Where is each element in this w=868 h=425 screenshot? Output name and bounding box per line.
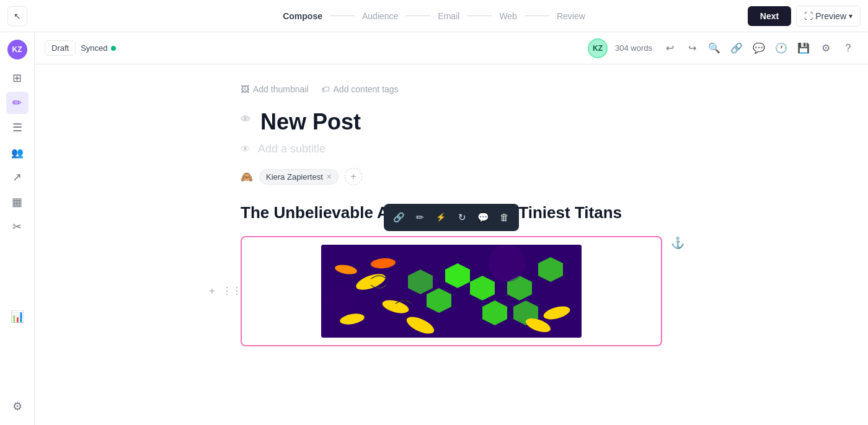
image-block[interactable] xyxy=(241,236,662,346)
step-audience-label: Audience xyxy=(362,11,398,21)
author-tag: Kiera Zapiertest × xyxy=(259,169,339,185)
expand-icon: ⛶ xyxy=(804,11,813,21)
word-count: 304 words xyxy=(615,43,652,53)
step-review[interactable]: Review xyxy=(557,11,585,21)
add-block-button[interactable]: + xyxy=(203,283,221,300)
media-icon: ▦ xyxy=(12,195,22,209)
ft-delete-button[interactable]: 🗑 xyxy=(494,208,514,227)
ft-edit-button[interactable]: ✏ xyxy=(410,208,430,227)
growth-icon: ↗ xyxy=(12,170,22,184)
floating-toolbar: 🔗 ✏ ⚡ ↻ 💬 🗑 xyxy=(384,204,519,231)
main-layout: KZ ⊞ ✏ ☰ 👥 ↗ ▦ ✂ 📊 ⚙ xyxy=(0,32,868,425)
draft-button[interactable]: Draft xyxy=(45,40,76,56)
user-initials: KZ xyxy=(593,44,603,53)
sidebar-item-members[interactable]: 👥 xyxy=(6,141,29,164)
avatar-initials: KZ xyxy=(12,45,22,54)
grid-icon: ⊞ xyxy=(12,71,22,85)
secondary-toolbar: Draft Synced KZ 304 words ↩ ↪ 🔍 🔗 💬 🕐 💾 … xyxy=(35,32,868,64)
subtitle-row: 👁 Add a subtitle xyxy=(241,142,662,156)
ft-refresh-button[interactable]: ↻ xyxy=(452,208,472,227)
step-email[interactable]: Email xyxy=(438,11,459,21)
sidebar: KZ ⊞ ✏ ☰ 👥 ↗ ▦ ✂ 📊 ⚙ xyxy=(0,32,35,425)
insect-image-svg xyxy=(321,245,582,338)
back-button[interactable]: ↖ xyxy=(7,6,27,26)
add-content-tags-label: Add content tags xyxy=(334,84,399,94)
visibility-icon[interactable]: 👁 xyxy=(241,114,253,126)
analytics-icon: 📊 xyxy=(11,310,24,323)
save-button[interactable]: 💾 xyxy=(794,38,813,58)
post-title-text: New Post xyxy=(260,109,361,134)
sidebar-item-settings[interactable]: ⚙ xyxy=(6,395,29,418)
help-button[interactable]: ? xyxy=(838,38,858,58)
meta-row: 🖼 Add thumbnail 🏷 Add content tags xyxy=(241,84,662,94)
step-email-label: Email xyxy=(438,11,459,21)
content-area: Draft Synced KZ 304 words ↩ ↪ 🔍 🔗 💬 🕐 💾 … xyxy=(35,32,868,425)
ft-settings-button[interactable]: ⚡ xyxy=(431,208,451,227)
nav-divider-1 xyxy=(330,15,355,16)
remove-author-button[interactable]: × xyxy=(327,172,332,181)
authors-visibility-icon: 🙈 xyxy=(241,171,253,183)
redo-button[interactable]: ↪ xyxy=(682,38,702,58)
post-title-input[interactable]: New Post xyxy=(260,109,662,135)
undo-button[interactable]: ↩ xyxy=(660,38,680,58)
step-audience[interactable]: Audience xyxy=(362,11,398,21)
add-author-button[interactable]: + xyxy=(345,168,362,185)
toolbar-right: KZ 304 words ↩ ↪ 🔍 🔗 💬 🕐 💾 ⚙ ? xyxy=(588,38,858,58)
synced-dot-icon xyxy=(111,46,116,51)
step-web-label: Web xyxy=(499,11,517,21)
drag-block-button[interactable]: ⋮⋮ xyxy=(223,283,241,300)
search-button[interactable]: 🔍 xyxy=(704,38,724,58)
nav-divider-3 xyxy=(467,15,492,16)
history-button[interactable]: 🕐 xyxy=(771,38,791,58)
preview-label: Preview xyxy=(815,11,846,21)
nav-divider-4 xyxy=(525,15,549,16)
add-content-tags-button[interactable]: 🏷 Add content tags xyxy=(321,84,399,94)
authors-row: 🙈 Kiera Zapiertest × + xyxy=(241,168,662,185)
image-icon: 🖼 xyxy=(241,84,249,94)
subtitle-input[interactable]: Add a subtitle xyxy=(258,142,326,156)
synced-label: Synced xyxy=(81,43,107,53)
step-compose-label: Compose xyxy=(283,11,322,21)
ft-link-button[interactable]: 🔗 xyxy=(389,208,409,227)
sidebar-item-growth[interactable]: ↗ xyxy=(6,166,29,188)
tag-icon: 🏷 xyxy=(321,84,330,94)
sidebar-item-grid[interactable]: ⊞ xyxy=(6,67,29,89)
image-canvas xyxy=(321,245,582,338)
top-navigation: ↖ Compose Audience Email Web Review Next… xyxy=(0,0,868,32)
editor-inner: 🖼 Add thumbnail 🏷 Add content tags 👁 New… xyxy=(241,84,662,356)
add-thumbnail-label: Add thumbnail xyxy=(253,84,309,94)
svg-point-17 xyxy=(489,245,526,282)
next-button[interactable]: Next xyxy=(748,6,791,26)
step-web[interactable]: Web xyxy=(499,11,517,21)
tune-button[interactable]: ⚙ xyxy=(816,38,836,58)
avatar[interactable]: KZ xyxy=(7,40,27,59)
toolbar-left: Draft Synced xyxy=(45,40,116,56)
compose-icon: ✏ xyxy=(12,96,22,110)
step-compose[interactable]: Compose xyxy=(283,11,322,21)
preview-button[interactable]: ⛶ Preview ▾ xyxy=(796,6,861,27)
design-icon: ✂ xyxy=(12,220,22,234)
nav-right: Next ⛶ Preview ▾ xyxy=(748,6,861,27)
link-button[interactable]: 🔗 xyxy=(727,38,746,58)
user-avatar: KZ xyxy=(588,38,608,58)
comment-button[interactable]: 💬 xyxy=(749,38,769,58)
image-block-wrapper: + ⋮⋮ 🔗 ✏ ⚡ ↻ 💬 🗑 ⚓ xyxy=(241,236,662,346)
sidebar-item-compose[interactable]: ✏ xyxy=(6,92,29,114)
nav-divider-2 xyxy=(405,15,430,16)
chevron-down-icon: ▾ xyxy=(849,12,852,20)
svg-point-18 xyxy=(324,285,355,316)
step-review-label: Review xyxy=(557,11,585,21)
subtitle-visibility-icon: 👁 xyxy=(241,144,250,155)
post-title-row: 👁 New Post xyxy=(241,109,662,135)
block-controls: + ⋮⋮ xyxy=(203,283,241,300)
sidebar-item-design[interactable]: ✂ xyxy=(6,216,29,238)
sidebar-item-pages[interactable]: ☰ xyxy=(6,116,29,139)
nav-steps: Compose Audience Email Web Review xyxy=(283,11,585,21)
sidebar-item-analytics[interactable]: 📊 xyxy=(6,305,29,328)
ft-comment-button[interactable]: 💬 xyxy=(473,208,493,227)
add-thumbnail-button[interactable]: 🖼 Add thumbnail xyxy=(241,84,309,94)
anchor-icon[interactable]: ⚓ xyxy=(671,236,684,250)
sidebar-item-media[interactable]: ▦ xyxy=(6,191,29,213)
editor-area: 🖼 Add thumbnail 🏷 Add content tags 👁 New… xyxy=(35,64,868,425)
author-name: Kiera Zapiertest xyxy=(266,172,323,182)
